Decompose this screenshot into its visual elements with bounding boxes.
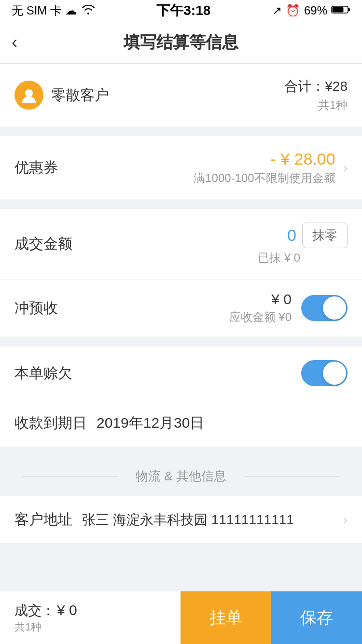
svg-rect-2	[332, 7, 343, 13]
page-title: 填写结算等信息	[124, 31, 238, 54]
due-date-row[interactable]: 收款到期日 2019年12月30日	[0, 400, 362, 447]
chevron-right-icon: ›	[343, 160, 348, 176]
svg-point-3	[25, 89, 33, 97]
divider-1	[0, 126, 362, 136]
credit-toggle[interactable]	[301, 360, 348, 386]
bottom-deal-value: ¥ 0	[57, 602, 77, 618]
prepayment-value: ¥ 0	[229, 291, 292, 308]
no-sim-label: 无 SIM 卡 ☁	[12, 3, 77, 18]
logistics-header: 物流 & 其他信息	[0, 456, 362, 496]
coupon-section: 优惠券 - ¥ 28.00 满1000-100不限制使用金额 ›	[0, 136, 362, 199]
due-date-value: 2019年12月30日	[97, 413, 204, 433]
main-content: 零散客户 合计：¥28 共1种 优惠券 - ¥ 28.00 满1000-100不…	[0, 64, 362, 644]
address-value: 张三 海淀永丰科技园 11111111111	[82, 511, 343, 529]
bottom-deal-count: 共1种	[14, 620, 166, 634]
prepayment-value-wrap: ¥ 0 应收金额 ¥0	[229, 291, 292, 325]
toggle-knob	[323, 296, 346, 320]
coupon-sub: 满1000-100不限制使用金额	[194, 170, 335, 186]
customer-row[interactable]: 零散客户 合计：¥28 共1种	[0, 64, 362, 126]
save-button[interactable]: 保存	[271, 591, 362, 644]
address-label: 客户地址	[14, 510, 72, 530]
status-time: 下午3:18	[156, 1, 210, 20]
prepayment-row: 冲预收 ¥ 0 应收金额 ¥0	[0, 280, 362, 337]
battery-icon	[331, 4, 350, 17]
bottom-bar: 成交： ¥ 0 共1种 挂单 保存	[0, 591, 362, 644]
address-chevron-icon: ›	[343, 512, 348, 528]
nav-bar: ‹ 填写结算等信息	[0, 21, 362, 64]
status-bar: 无 SIM 卡 ☁ 下午3:18 ↗ ⏰ 69%	[0, 0, 362, 21]
alarm-icon: ⏰	[286, 4, 300, 17]
prepayment-right: ¥ 0 应收金额 ¥0	[229, 291, 348, 325]
prepayment-label: 冲预收	[14, 298, 58, 318]
status-right: ↗ ⏰ 69%	[272, 4, 350, 17]
credit-row: 本单赊欠	[0, 347, 362, 400]
back-button[interactable]: ‹	[12, 32, 17, 53]
wifi-icon	[82, 4, 95, 17]
customer-left: 零散客户	[14, 81, 109, 110]
customer-right: 合计：¥28 共1种	[284, 77, 348, 113]
coupon-value: - ¥ 28.00	[194, 150, 335, 168]
bottom-deal-info: 成交： ¥ 0 共1种	[0, 602, 181, 634]
svg-rect-1	[348, 8, 350, 11]
header-line-right	[244, 476, 340, 476]
credit-toggle-knob	[323, 362, 346, 385]
hang-button[interactable]: 挂单	[181, 591, 271, 644]
prepayment-sub: 应收金额 ¥0	[229, 309, 292, 325]
divider-3	[0, 337, 362, 347]
bottom-deal-label: 成交：	[14, 602, 55, 620]
address-row[interactable]: 客户地址 张三 海淀永丰科技园 11111111111 ›	[0, 496, 362, 543]
divider-2	[0, 199, 362, 209]
coupon-label: 优惠券	[14, 158, 72, 178]
coupon-row[interactable]: 优惠券 - ¥ 28.00 满1000-100不限制使用金额 ›	[0, 136, 362, 199]
location-icon: ↗	[272, 4, 282, 17]
battery-label: 69%	[304, 4, 327, 17]
header-line-left	[22, 476, 118, 476]
logistics-header-text: 物流 & 其他信息	[136, 468, 226, 485]
deal-section: 成交金额 抹零 已抹 ¥ 0 冲预收 ¥ 0 应收金额 ¥0	[0, 209, 362, 337]
deal-amount-right: 抹零 已抹 ¥ 0	[72, 223, 348, 266]
prepayment-toggle[interactable]	[301, 295, 348, 321]
credit-section: 本单赊欠 收款到期日 2019年12月30日	[0, 347, 362, 447]
credit-label: 本单赊欠	[14, 364, 72, 383]
round-zero-button[interactable]: 抹零	[302, 223, 348, 248]
already-zeroed-label: 已抹 ¥ 0	[258, 250, 348, 266]
coupon-value-wrap: - ¥ 28.00 满1000-100不限制使用金额	[194, 150, 335, 186]
status-left: 无 SIM 卡 ☁	[12, 3, 95, 18]
customer-name: 零散客户	[51, 85, 109, 105]
divider-4	[0, 447, 362, 456]
deal-amount-row: 成交金额 抹零 已抹 ¥ 0	[0, 209, 362, 280]
customer-count: 共1种	[284, 98, 348, 113]
deal-amount-label: 成交金额	[14, 234, 72, 254]
deal-amount-input[interactable]	[258, 226, 296, 245]
customer-total: 合计：¥28	[284, 77, 348, 96]
customer-avatar	[14, 81, 43, 110]
due-date-label: 收款到期日	[14, 413, 87, 433]
coupon-right: - ¥ 28.00 满1000-100不限制使用金额 ›	[72, 150, 348, 186]
deal-amount-value-wrap: 抹零 已抹 ¥ 0	[258, 223, 348, 266]
